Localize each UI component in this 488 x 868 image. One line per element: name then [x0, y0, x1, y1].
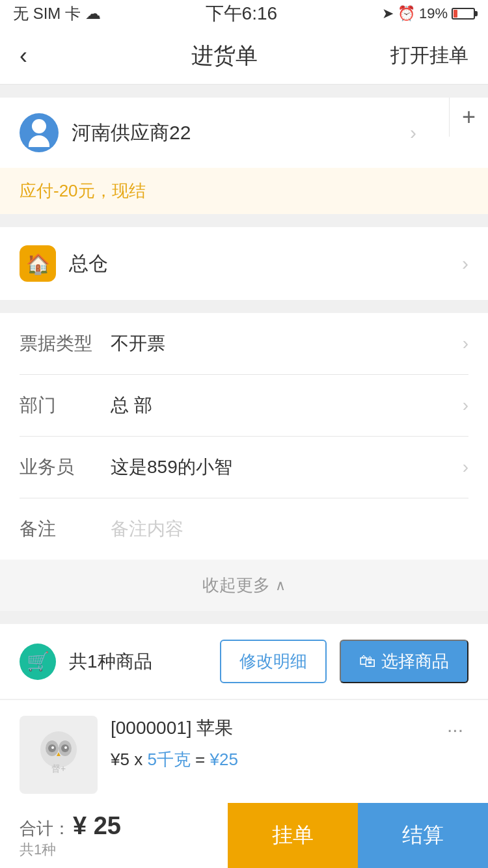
house-icon: 🏠 — [26, 252, 50, 275]
form-row-department[interactable]: 部门 总 部 › — [0, 375, 488, 436]
product-info: [0000001] 苹果 ¥5 x 5千克 = ¥25 — [111, 716, 429, 771]
total-price: ¥25 — [210, 750, 238, 769]
form-row-remark[interactable]: 备注 备注内容 — [0, 498, 488, 560]
chevron-department: › — [463, 395, 468, 416]
form-value-remark-placeholder: 备注内容 — [111, 517, 468, 541]
form-value-department: 总 部 — [111, 393, 463, 418]
warehouse-name: 总仓 — [69, 251, 462, 277]
supplier-name: 河南供应商22 — [72, 120, 410, 146]
checkout-button[interactable]: 结算 — [358, 803, 488, 868]
warehouse-section: 🏠 总仓 › — [0, 227, 488, 300]
product-name: [0000001] 苹果 — [111, 716, 429, 740]
form-row-salesperson[interactable]: 业务员 这是859的小智 › — [0, 437, 488, 498]
sim-text: 无 SIM 卡 ☁ — [13, 3, 101, 24]
svg-text:督+: 督+ — [51, 763, 66, 774]
battery-percent: 19% — [419, 5, 448, 22]
divider-top — [0, 85, 488, 98]
product-item: 督+ [0000001] 苹果 ¥5 x 5千克 = ¥25 ··· — [0, 700, 488, 809]
product-apple: 苹果 — [197, 718, 233, 738]
form-section: 票据类型 不开票 › 部门 总 部 › 业务员 这是859的小智 › 备注 备注… — [0, 313, 488, 560]
chevron-salesperson: › — [463, 457, 468, 478]
collapse-arrow-icon: ∧ — [275, 577, 286, 594]
alarm-icon: ⏰ — [398, 5, 415, 22]
add-supplier-button[interactable]: + — [449, 98, 488, 137]
location-icon: ➤ — [382, 5, 394, 22]
equals-sign: = — [195, 750, 210, 769]
multiply-sign: x — [134, 750, 147, 769]
form-value-salesperson: 这是859的小智 — [111, 455, 463, 480]
nav-bar: ‹ 进货单 打开挂单 — [0, 27, 488, 85]
warehouse-icon: 🏠 — [20, 245, 56, 282]
unit-price: ¥5 — [111, 750, 129, 769]
select-product-button[interactable]: 🛍 选择商品 — [340, 640, 468, 683]
warehouse-row[interactable]: 🏠 总仓 › — [0, 227, 488, 300]
supplier-avatar — [20, 113, 59, 152]
product-code: [0000001] — [111, 718, 192, 738]
avatar-head — [32, 119, 46, 133]
total-label: 合计： — [20, 817, 70, 840]
form-value-ticket: 不开票 — [111, 331, 463, 356]
chevron-right-icon: › — [410, 122, 416, 144]
avatar-person-icon — [29, 119, 49, 147]
collapse-bar[interactable]: 收起更多 ∧ — [0, 560, 488, 611]
page-title: 进货单 — [191, 41, 258, 71]
form-key-department: 部门 — [20, 393, 111, 418]
divider-3 — [0, 611, 488, 624]
form-key-salesperson: 业务员 — [20, 455, 111, 480]
status-left: 无 SIM 卡 ☁ — [13, 3, 101, 24]
battery-icon — [452, 8, 475, 20]
total-sub-label: 共1种 — [20, 840, 208, 860]
product-count: 共1种商品 — [69, 649, 207, 674]
total-section: 合计： ¥ 25 共1种 — [0, 803, 228, 868]
form-key-ticket: 票据类型 — [20, 331, 111, 356]
select-cart-icon: 🛍 — [359, 651, 376, 671]
avatar-body — [29, 135, 49, 147]
product-section-icon: 🛒 — [20, 644, 56, 680]
form-key-remark: 备注 — [20, 517, 111, 541]
form-row-ticket[interactable]: 票据类型 不开票 › — [0, 313, 488, 374]
cart-icon: 🛒 — [27, 651, 49, 672]
product-thumbnail: 督+ — [20, 716, 98, 794]
supplier-row[interactable]: 河南供应商22 › — [0, 98, 436, 168]
divider-1 — [0, 214, 488, 227]
supplier-section: 河南供应商22 › + 应付-20元，现结 — [0, 98, 488, 214]
product-more-button[interactable]: ··· — [442, 716, 468, 743]
hang-button[interactable]: 挂单 — [228, 803, 358, 868]
total-amount: ¥ 25 — [73, 812, 121, 840]
notice-bar: 应付-20元，现结 — [0, 168, 488, 214]
divider-2 — [0, 300, 488, 313]
bottom-bar: 合计： ¥ 25 共1种 挂单 结算 — [0, 803, 488, 868]
product-price-row: ¥5 x 5千克 = ¥25 — [111, 748, 429, 771]
select-product-label: 选择商品 — [381, 650, 449, 673]
status-right: ➤ ⏰ 19% — [382, 5, 475, 22]
back-button[interactable]: ‹ — [20, 42, 59, 70]
svg-point-5 — [51, 746, 54, 749]
product-thumb-owl-icon: 督+ — [33, 725, 85, 785]
collapse-label: 收起更多 — [202, 574, 270, 597]
quantity: 5千克 — [147, 750, 190, 769]
status-bar: 无 SIM 卡 ☁ 下午6:16 ➤ ⏰ 19% — [0, 0, 488, 27]
svg-point-6 — [64, 746, 67, 749]
chevron-right-icon-2: › — [462, 252, 468, 275]
modify-detail-button[interactable]: 修改明细 — [220, 640, 327, 683]
status-time: 下午6:16 — [206, 1, 278, 26]
open-hang-button[interactable]: 打开挂单 — [390, 42, 468, 69]
product-header: 🛒 共1种商品 修改明细 🛍 选择商品 — [0, 624, 488, 699]
chevron-ticket: › — [463, 333, 468, 354]
